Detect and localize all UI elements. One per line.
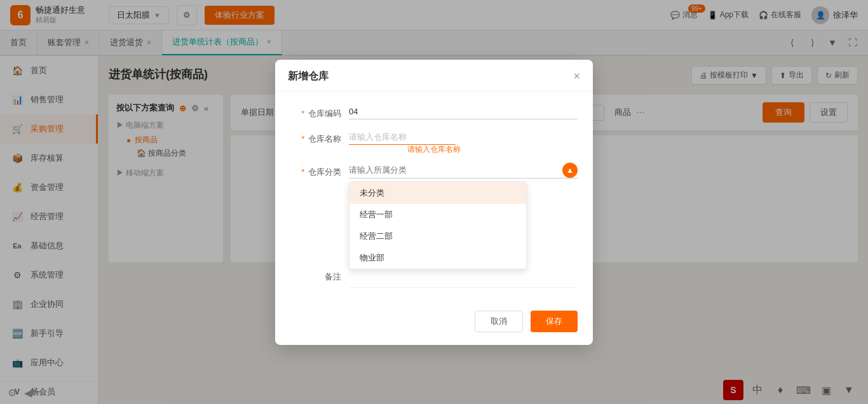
cancel-button[interactable]: 取消: [475, 311, 523, 332]
dropdown-item-2[interactable]: 经营二部: [349, 226, 526, 247]
code-label: * 仓库编码: [290, 104, 341, 119]
dropdown-item-1[interactable]: 经营一部: [349, 204, 526, 226]
dropdown-item-0[interactable]: 未分类: [349, 182, 526, 204]
form-row-category: * 仓库分类 ▲ 未分类 经营一部 经营二部 物业部: [290, 163, 578, 178]
modal-header: 新增仓库 ×: [275, 60, 593, 91]
category-input[interactable]: [349, 163, 562, 177]
category-dropdown[interactable]: ▲: [349, 163, 578, 178]
new-warehouse-modal: 新增仓库 × * 仓库编码 * 仓库名称 请输入仓库名称: [275, 60, 593, 345]
modal-footer: 取消 保存: [275, 311, 593, 332]
modal-overlay[interactable]: 新增仓库 × * 仓库编码 * 仓库名称 请输入仓库名称: [0, 0, 868, 404]
name-error-message: 请输入仓库名称: [407, 144, 461, 155]
category-dropdown-list: 未分类 经营一部 经营二部 物业部: [349, 182, 527, 269]
remark-input[interactable]: [349, 267, 578, 288]
dropdown-toggle-button[interactable]: ▲: [562, 163, 578, 178]
category-dropdown-wrap: ▲ 未分类 经营一部 经营二部 物业部: [349, 163, 578, 178]
remark-label: 备注: [290, 267, 341, 283]
name-input-wrap: 请输入仓库名称: [349, 130, 578, 145]
form-row-name: * 仓库名称 请输入仓库名称: [290, 130, 578, 145]
name-input[interactable]: [349, 130, 456, 145]
name-label: * 仓库名称: [290, 130, 341, 145]
category-label: * 仓库分类: [290, 163, 341, 178]
modal-title: 新增仓库: [288, 70, 329, 83]
modal-close-button[interactable]: ×: [573, 70, 580, 83]
dropdown-item-3[interactable]: 物业部: [349, 247, 526, 269]
form-row-code: * 仓库编码: [290, 104, 578, 119]
code-input[interactable]: [349, 104, 578, 119]
form-row-remark: 备注: [290, 267, 578, 288]
save-button[interactable]: 保存: [531, 311, 578, 332]
modal-body: * 仓库编码 * 仓库名称 请输入仓库名称 *: [275, 91, 593, 311]
